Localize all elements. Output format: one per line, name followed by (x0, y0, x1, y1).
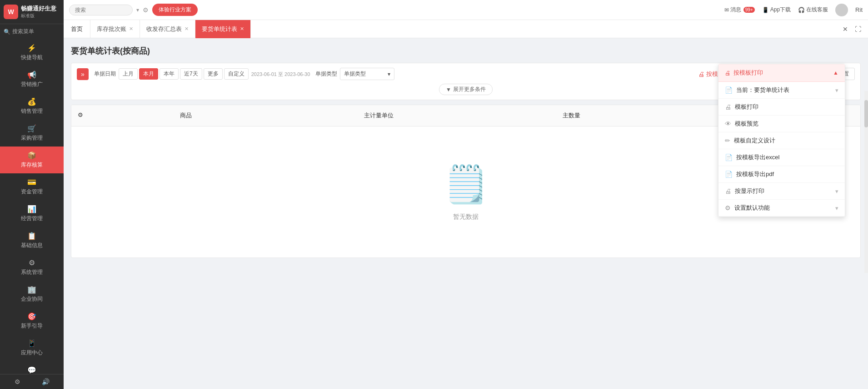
template-pdf-label: 按模板导出pdf (736, 170, 774, 178)
sidebar-item-sales[interactable]: 💰 销售管理 (0, 93, 64, 120)
topbar: ▾ ⚙ 体验行业方案 ✉ 消息 99+ 📱 App下载 🎧 在线客服 Rit (64, 0, 868, 20)
online-service-label: 在线客服 (806, 6, 828, 14)
online-service-button[interactable]: 🎧 在线客服 (798, 6, 828, 14)
sidebar-logo: W 畅赚通好生意 标准版 (0, 0, 64, 24)
dropdown-display-print[interactable]: 🖨 按显示打印 ▾ (718, 183, 845, 200)
date-btn-custom[interactable]: 自定义 (224, 68, 249, 80)
dropdown-print-icon: 🖨 (725, 70, 731, 76)
purchase-icon: 🛒 (27, 124, 36, 133)
sidebar-item-basic[interactable]: 📋 基础信息 (0, 227, 64, 254)
search-chevron-icon[interactable]: ▾ (136, 7, 139, 13)
messages-button[interactable]: ✉ 消息 99+ (724, 6, 755, 14)
tab-batch-ledger-close[interactable]: ✕ (129, 26, 133, 32)
type-select[interactable]: 单据类型 ▾ (340, 68, 394, 80)
sidebar-item-enterprise[interactable]: 🏢 企业协同 (0, 281, 64, 308)
print-icon: 🖨 (698, 71, 704, 78)
dropdown-item-template-print[interactable]: 🖨 模板打印 (718, 99, 845, 116)
dropdown-display-print-left: 🖨 按显示打印 (725, 187, 764, 195)
date-btn-this-month[interactable]: 本月 (139, 68, 158, 80)
sidebar-item-label: 企业协同 (21, 295, 43, 303)
expand-conditions-btn[interactable]: ▼ 展开更多条件 (439, 84, 493, 95)
dropdown-item-template-preview[interactable]: 👁 模板预览 (718, 116, 845, 132)
dropdown-header[interactable]: 🖨 按模板打印 ▲ (718, 64, 845, 82)
edition-label: 标准版 (21, 13, 56, 19)
search-icon: 🔍 (4, 29, 10, 35)
sidebar-item-label: 库存核算 (21, 161, 43, 169)
dropdown-set-default-left: ⚙ 设置默认功能 (725, 204, 770, 212)
sidebar-item-guide[interactable]: 🎯 新手引导 (0, 308, 64, 334)
template-excel-icon: 📄 (725, 154, 733, 161)
user-avatar[interactable] (835, 4, 848, 16)
audio-bottom-btn[interactable]: 🔊 (42, 378, 50, 385)
tab-order-stats-label: 要货单统计表 (202, 25, 237, 33)
window-close-btn[interactable]: ✕ (841, 25, 850, 34)
dropdown-set-default[interactable]: ⚙ 设置默认功能 ▾ (718, 200, 845, 217)
sidebar-item-finance[interactable]: 💳 资金管理 (0, 173, 64, 200)
right-scrollbar[interactable] (864, 91, 868, 273)
sidebar-search[interactable]: 🔍 搜索菜单 (0, 24, 64, 39)
sidebar-item-operation[interactable]: 📊 经营管理 (0, 200, 64, 227)
sidebar-item-quick-nav[interactable]: ⚡ 快捷导航 (0, 39, 64, 66)
date-btn-prev-month[interactable]: 上月 (119, 68, 138, 80)
quick-nav-icon: ⚡ (27, 44, 36, 52)
settings-gear-icon[interactable]: ⚙ (143, 6, 149, 14)
type-filter-group: 单据类型 单据类型 ▾ (315, 68, 394, 80)
finance-icon: 💳 (27, 178, 36, 187)
dropdown-header-left: 🖨 按模板打印 (725, 69, 763, 77)
display-print-chevron-icon: ▾ (835, 188, 838, 195)
template-excel-label: 按模板导出excel (736, 153, 779, 162)
page-title: 要货单统计表(按商品) (71, 45, 861, 56)
sidebar-bottom: ⚙ 🔊 (0, 374, 64, 389)
display-print-icon: 🖨 (725, 187, 731, 195)
expand-label: 展开更多条件 (453, 86, 486, 93)
app-download-button[interactable]: 📱 App下载 (762, 6, 791, 14)
template-print-icon: 🖨 (725, 103, 731, 111)
dropdown-current[interactable]: 📄 当前：要货单统计表 ▾ (718, 82, 845, 99)
phone-icon: 📱 (762, 7, 769, 13)
th-settings[interactable]: ⚙ (71, 109, 90, 122)
user-name: Rit (855, 6, 863, 13)
message-badge: 99+ (743, 7, 755, 13)
sidebar-search-label: 搜索菜单 (12, 28, 34, 35)
right-scrollbar-thumb[interactable] (864, 100, 868, 127)
tab-bar: 首页 库存批次账 ✕ 收发存汇总表 ✕ 要货单统计表 ✕ ✕ ⛶ (64, 20, 868, 38)
messages-label: 消息 (730, 6, 741, 14)
date-btn-more[interactable]: 更多 (204, 68, 223, 80)
operation-icon: 📊 (27, 205, 36, 213)
expand-icon: ▼ (446, 86, 451, 93)
message-icon: ✉ (724, 7, 729, 13)
sidebar-item-inventory[interactable]: 📦 库存核算 (0, 147, 64, 173)
search-input[interactable] (69, 5, 133, 15)
tab-home[interactable]: 首页 (64, 20, 90, 38)
sidebar-item-label: 营销推广 (21, 81, 43, 88)
tab-order-stats[interactable]: 要货单统计表 ✕ (195, 20, 251, 38)
dropdown-item-template-excel[interactable]: 📄 按模板导出excel (718, 149, 845, 166)
dropdown-current-left: 📄 当前：要货单统计表 (725, 86, 789, 94)
sidebar-item-wechat[interactable]: 💬 企业微信 (0, 361, 64, 374)
trial-button[interactable]: 体验行业方案 (152, 4, 198, 16)
tab-collection-summary[interactable]: 收发存汇总表 ✕ (140, 20, 195, 38)
window-maximize-btn[interactable]: ⛶ (853, 25, 863, 34)
tab-home-label: 首页 (71, 25, 83, 33)
settings-bottom-btn[interactable]: ⚙ (15, 378, 20, 385)
dropdown-item-template-design[interactable]: ✏ 模板自定义设计 (718, 132, 845, 149)
print-dropdown-panel: 🖨 按模板打印 ▲ 📄 当前：要货单统计表 ▾ 🖨 模板打印 👁 模板预览 ✏ … (718, 64, 845, 217)
template-preview-icon: 👁 (725, 120, 731, 127)
expand-collapse-btn[interactable]: » (77, 68, 89, 80)
dropdown-item-template-pdf[interactable]: 📄 按模板导出pdf (718, 166, 845, 183)
tab-batch-ledger[interactable]: 库存批次账 ✕ (90, 20, 140, 38)
sidebar-item-system[interactable]: ⚙ 系统管理 (0, 254, 64, 281)
date-btn-this-year[interactable]: 本年 (160, 68, 179, 80)
sidebar-item-purchase[interactable]: 🛒 采购管理 (0, 120, 64, 147)
tab-order-stats-close[interactable]: ✕ (240, 26, 244, 32)
sidebar-item-label: 系统管理 (21, 268, 43, 276)
sidebar-item-appstore[interactable]: 📱 应用中心 (0, 334, 64, 361)
date-btn-7days[interactable]: 近7天 (180, 68, 202, 80)
sidebar-item-marketing[interactable]: 📢 营销推广 (0, 66, 64, 93)
guide-icon: 🎯 (27, 312, 36, 321)
type-select-chevron-icon: ▾ (388, 71, 390, 77)
brand-name: 畅赚通好生意 (21, 5, 56, 13)
tab-collection-summary-close[interactable]: ✕ (185, 26, 189, 32)
marketing-icon: 📢 (27, 71, 36, 79)
set-default-chevron-icon: ▾ (835, 205, 838, 212)
